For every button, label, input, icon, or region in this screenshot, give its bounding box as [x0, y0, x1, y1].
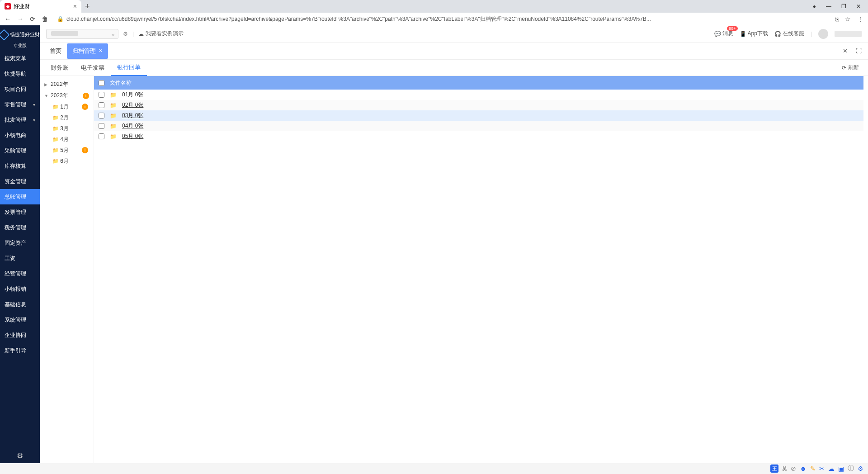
sidebar-item[interactable]: 企业协同	[0, 327, 40, 343]
collapse-icon[interactable]: ▼	[44, 94, 49, 98]
demo-link[interactable]: ☁ 我要看实例演示	[138, 30, 184, 38]
refresh-button[interactable]: ⟳ 刷新	[842, 64, 863, 71]
table-row[interactable]: 📁04月 0张	[94, 121, 863, 131]
sidebar-item[interactable]: 零售管理▾	[0, 97, 40, 112]
tree-month[interactable]: 📁 3月	[40, 123, 94, 134]
tab-archive[interactable]: 归档管理 ✕	[67, 43, 108, 59]
file-link[interactable]: 01月 0张	[122, 91, 143, 99]
sidebar-item[interactable]: 税务管理	[0, 220, 40, 235]
file-link[interactable]: 03月 0张	[122, 112, 143, 119]
close-all-icon[interactable]: ✕	[841, 46, 849, 56]
messages-button[interactable]: 💬 消息 99+	[714, 30, 733, 38]
column-filename: 文件名称	[110, 79, 132, 87]
sidebar-item[interactable]: 库存核算	[0, 158, 40, 174]
row-checkbox[interactable]	[99, 102, 104, 108]
file-link[interactable]: 05月 0张	[122, 133, 143, 140]
table-row[interactable]: 📁03月 0张	[94, 110, 863, 121]
tree-year-2022[interactable]: ▶ 2022年	[40, 79, 94, 90]
trash-icon[interactable]: 🗑	[42, 15, 48, 23]
browser-tab[interactable]: ◆ 好业财 ×	[0, 0, 81, 13]
new-tab-button[interactable]: +	[81, 2, 94, 11]
sidebar-item[interactable]: 固定资产	[0, 235, 40, 251]
file-link[interactable]: 04月 0张	[122, 122, 143, 130]
browser-chrome: ◆ 好业财 × + ● — ❐ ✕ ← → ⟳ 🗑 🔒 cloud.chanje…	[0, 0, 868, 25]
tray-icon[interactable]: ☻	[800, 465, 807, 472]
subtab-finance[interactable]: 财务账	[44, 60, 75, 76]
username	[835, 31, 862, 37]
tree-month[interactable]: 📁 5月i	[40, 145, 94, 156]
install-icon[interactable]: ⎘	[835, 15, 839, 23]
app-download-button[interactable]: 📱 App下载	[740, 30, 768, 38]
table-row[interactable]: 📁01月 0张	[94, 90, 863, 100]
sidebar-item[interactable]: 批发管理▾	[0, 112, 40, 128]
sidebar-item[interactable]: 搜索菜单	[0, 51, 40, 66]
alert-badge: i	[82, 104, 88, 110]
account-icon[interactable]: ●	[813, 3, 816, 9]
sidebar-item[interactable]: 新手引导	[0, 343, 40, 358]
avatar[interactable]	[818, 29, 828, 39]
sidebar-item[interactable]: 总账管理	[0, 189, 40, 204]
table-row[interactable]: 📁02月 0张	[94, 100, 863, 110]
ime-icon[interactable]: 王	[770, 465, 778, 473]
row-checkbox[interactable]	[99, 92, 104, 98]
tree-month[interactable]: 📁 6月	[40, 156, 94, 166]
forward-icon[interactable]: →	[17, 15, 24, 23]
sidebar-item[interactable]: 发票管理	[0, 204, 40, 220]
tray-icon[interactable]: ⊘	[791, 465, 796, 472]
row-checkbox[interactable]	[99, 113, 104, 118]
fullscreen-icon[interactable]: ⛶	[854, 46, 863, 56]
logo: 畅捷通好业财	[0, 25, 40, 43]
sidebar-item[interactable]: 经营管理	[0, 266, 40, 281]
table-row[interactable]: 📁05月 0张	[94, 131, 863, 142]
close-tab-icon[interactable]: ✕	[99, 48, 103, 54]
tree-month[interactable]: 📁 2月	[40, 112, 94, 123]
tray-icon[interactable]: ⓘ	[848, 465, 854, 473]
subtab-invoice[interactable]: 电子发票	[75, 60, 111, 76]
back-icon[interactable]: ←	[5, 15, 11, 23]
tree-month[interactable]: 📁 4月	[40, 134, 94, 145]
topbar: ⚙ | ☁ 我要看实例演示 💬 消息 99+ 📱 App下载 🎧 在线客服	[40, 25, 868, 43]
url-box[interactable]: 🔒 cloud.chanjet.com/cc/u6d89qwnryel/57bf…	[53, 15, 830, 23]
close-tab-icon[interactable]: ×	[73, 3, 77, 10]
maximize-icon[interactable]: ❐	[841, 3, 846, 9]
page-tabs: 首页 归档管理 ✕ ✕ ⛶	[40, 43, 868, 60]
select-all-checkbox[interactable]	[99, 80, 104, 86]
tray-icon[interactable]: ☁	[828, 465, 835, 472]
alert-badge: i	[83, 93, 89, 99]
company-select[interactable]	[46, 29, 118, 39]
tray-icon[interactable]: ✂	[819, 465, 825, 472]
online-service-button[interactable]: 🎧 在线客服	[774, 30, 804, 38]
tray-icon[interactable]: ⚙	[858, 465, 863, 472]
sidebar-item[interactable]: 采购管理	[0, 143, 40, 158]
minimize-icon[interactable]: —	[826, 3, 831, 9]
phone-icon: 📱	[740, 31, 746, 37]
sidebar-item[interactable]: 小畅报销	[0, 281, 40, 297]
settings-icon[interactable]: ⚙	[0, 448, 40, 463]
sidebar-item[interactable]: 系统管理	[0, 312, 40, 327]
tab-bar: ◆ 好业财 × + ● — ❐ ✕	[0, 0, 868, 13]
expand-icon[interactable]: ▶	[44, 82, 49, 87]
sidebar-item[interactable]: 工资	[0, 251, 40, 266]
tree-year-2023[interactable]: ▼ 2023年 i	[40, 90, 94, 101]
sidebar-item[interactable]: 快捷导航	[0, 66, 40, 81]
subtab-bank[interactable]: 银行回单	[111, 60, 147, 76]
sidebar-item[interactable]: 基础信息	[0, 297, 40, 312]
ime-lang[interactable]: 英	[782, 465, 787, 472]
address-bar: ← → ⟳ 🗑 🔒 cloud.chanjet.com/cc/u6d89qwnr…	[0, 13, 868, 25]
tree-month[interactable]: 📁 1月i	[40, 101, 94, 112]
row-checkbox[interactable]	[99, 133, 104, 139]
star-icon[interactable]: ☆	[845, 15, 851, 23]
tray-icon[interactable]: ✎	[810, 465, 816, 472]
sidebar-item[interactable]: 小畅电商	[0, 128, 40, 143]
file-link[interactable]: 02月 0张	[122, 101, 143, 109]
reload-icon[interactable]: ⟳	[30, 15, 35, 23]
tray-icon[interactable]: ▣	[838, 465, 844, 472]
row-checkbox[interactable]	[99, 123, 104, 129]
sidebar-item[interactable]: 项目合同	[0, 81, 40, 97]
tab-home[interactable]: 首页	[44, 43, 67, 59]
folder-icon: 📁	[110, 133, 117, 140]
menu-icon[interactable]: ⋮	[857, 15, 863, 23]
gear-icon[interactable]: ⚙	[123, 31, 128, 37]
sidebar-item[interactable]: 资金管理	[0, 174, 40, 189]
close-window-icon[interactable]: ✕	[856, 3, 861, 9]
